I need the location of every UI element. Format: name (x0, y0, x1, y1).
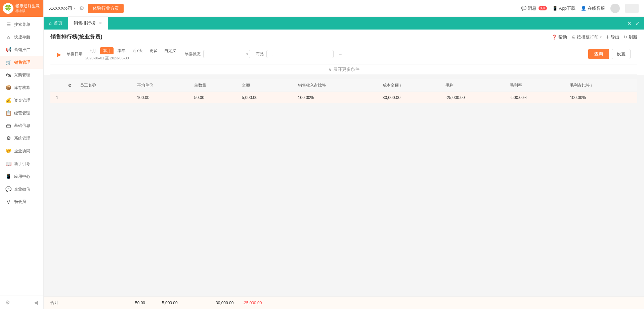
status-label: 单据状态 (184, 51, 201, 57)
message-btn[interactable]: 💬 消息 99+ (521, 5, 547, 11)
expand-arrow-icon: ∨ (329, 67, 332, 72)
sidebar-icon: 🛍 (5, 72, 11, 78)
sidebar-label: 畅会员 (14, 199, 26, 205)
td-qty: 50.00 (190, 92, 238, 104)
collapse-icon[interactable]: ◀ (34, 299, 38, 306)
footer-total-label: 合计 (50, 300, 77, 306)
footer-qty: 50.00 (131, 301, 158, 305)
th-index (50, 79, 64, 92)
refresh-btn[interactable]: ↻ 刷新 (624, 34, 637, 40)
sidebar-item-企业协同[interactable]: 🤝企业协同 (0, 145, 43, 157)
date-range: 2023-06-01 至 2023-06-30 (85, 56, 179, 61)
date-tabs: 上月 本月 本年 近7天 更多 自定义 (85, 47, 179, 54)
date-tab-this-year[interactable]: 本年 (115, 47, 128, 54)
app-download-btn[interactable]: 📱 App下载 (552, 5, 575, 11)
sidebar-item-搜索菜单[interactable]: ☰搜索菜单 (0, 18, 43, 31)
tab-sales-ranking[interactable]: 销售排行榜 ✕ (68, 17, 108, 30)
logo-icon: 🍀 (3, 3, 13, 14)
sidebar-label: 新手引导 (14, 161, 30, 167)
tab-home[interactable]: ⌂ 首页 (44, 17, 68, 30)
filter-more-dots[interactable]: ··· (339, 52, 342, 56)
expand-bar: ∨ 展开更多条件 (50, 64, 637, 75)
message-badge: 99+ (539, 6, 547, 10)
th-qty: 主数量 (190, 79, 238, 92)
sidebar-item-营销推广[interactable]: 📢营销推广 (0, 43, 43, 56)
date-tab-custom[interactable]: 自定义 (162, 47, 179, 54)
table-body: 1 100.00 50.00 5,000.00 100.00% 30,000.0… (50, 92, 637, 104)
topbar-settings-icon[interactable]: ⚙ (79, 5, 84, 11)
gross-pct-info-icon[interactable]: ℹ (591, 83, 592, 87)
sidebar-item-资金管理[interactable]: 💰资金管理 (0, 94, 43, 107)
home-icon: ⌂ (49, 21, 52, 26)
footer-cost: 30,000.00 (212, 301, 239, 305)
sidebar-label: 基础信息 (14, 123, 30, 128)
sidebar-nav: ☰搜索菜单⌂快捷导航📢营销推广🛒销售管理🛍采购管理📦库存核算💰资金管理📋经营管理… (0, 17, 43, 296)
filter-row: ▶ 单据日期 上月 本月 本年 近7天 更多 自定义 (50, 44, 637, 64)
filter-collapse-btn[interactable]: ▶ (57, 51, 61, 58)
date-tab-this-month[interactable]: 本月 (100, 47, 114, 54)
date-label: 单据日期 (67, 51, 83, 57)
tab-expand-icon[interactable]: ⤢ (636, 20, 640, 27)
sidebar-label: 采购管理 (14, 72, 30, 78)
tab-home-label: 首页 (54, 20, 62, 26)
tab-minimize-icon[interactable]: ✕ (627, 20, 632, 27)
sidebar-label: 搜索菜单 (14, 22, 30, 28)
expand-more-btn[interactable]: ∨ 展开更多条件 (329, 66, 359, 72)
th-gross-rate: 毛利率 (506, 79, 566, 92)
avatar[interactable] (610, 4, 620, 13)
sidebar-item-库存核算[interactable]: 📦库存核算 (0, 81, 43, 94)
sidebar-label: 经营管理 (14, 110, 30, 116)
date-tab-more[interactable]: 更多 (147, 47, 160, 54)
online-service-btn[interactable]: 👤 在线客服 (581, 5, 605, 11)
date-tab-7days[interactable]: 近7天 (130, 47, 145, 54)
sidebar-item-经营管理[interactable]: 📋经营管理 (0, 107, 43, 119)
tab-actions: ✕ ⤢ (623, 17, 644, 30)
help-btn[interactable]: ❓ 帮助 (552, 34, 567, 40)
sidebar-item-基础信息[interactable]: 🗃基础信息 (0, 119, 43, 132)
date-tab-last-month[interactable]: 上月 (85, 47, 99, 54)
app-name: 畅康通好生意 (15, 4, 40, 9)
footer-cell-spacer1 (77, 301, 104, 305)
table-head: ⚙ 员工名称 平均单价 主数量 全额 销售收入占比% 成本全额 ℹ 毛利 毛利率… (50, 79, 637, 92)
help-label: 帮助 (558, 34, 567, 40)
app-sub: 标准版 (15, 9, 40, 13)
settings-button[interactable]: 设置 (612, 49, 631, 59)
footer-sales-pct (185, 301, 212, 305)
sidebar-item-采购管理[interactable]: 🛍采购管理 (0, 69, 43, 81)
trial-button[interactable]: 体验行业方案 (88, 4, 124, 13)
app-download-label: App下载 (559, 5, 575, 11)
cost-info-icon[interactable]: ℹ (400, 83, 401, 87)
sidebar-item-快捷导航[interactable]: ⌂快捷导航 (0, 31, 43, 43)
goods-filter-group: 商品 (256, 50, 334, 58)
sidebar-item-应用中心[interactable]: 📱应用中心 (0, 170, 43, 183)
status-select[interactable] (203, 50, 250, 58)
user-name-placeholder (625, 4, 639, 13)
status-filter-group: 单据状态 (184, 50, 250, 58)
th-settings[interactable]: ⚙ (64, 79, 76, 92)
sidebar-item-销售管理[interactable]: 🛒销售管理 (0, 56, 43, 69)
settings-footer-icon[interactable]: ⚙ (5, 299, 10, 306)
goods-input[interactable] (266, 50, 334, 58)
export-btn[interactable]: ⬇ 导出 (606, 34, 619, 40)
table-header-row: ⚙ 员工名称 平均单价 主数量 全额 销售收入占比% 成本全额 ℹ 毛利 毛利率… (50, 79, 637, 92)
sidebar-icon: 🛒 (5, 59, 11, 65)
sidebar-label: 企业微信 (14, 187, 30, 192)
sidebar-icon: 🗃 (5, 123, 11, 128)
tab-close-icon[interactable]: ✕ (99, 21, 102, 25)
template-print-btn[interactable]: 🖨 按模板打印 ▾ (571, 34, 602, 40)
col-settings-icon[interactable]: ⚙ (68, 83, 72, 88)
page-actions: ❓ 帮助 🖨 按模板打印 ▾ ⬇ 导出 ↻ (552, 34, 637, 40)
sidebar-icon: 📋 (5, 110, 11, 116)
sidebar-item-企业微信[interactable]: 💬企业微信 (0, 183, 43, 196)
sidebar-item-系统管理[interactable]: ⚙系统管理 (0, 132, 43, 145)
sidebar-item-畅会员[interactable]: V畅会员 (0, 196, 43, 208)
sidebar-item-新手引导[interactable]: 📖新手引导 (0, 157, 43, 170)
sidebar-label: 库存核算 (14, 85, 30, 91)
message-icon: 💬 (521, 6, 526, 11)
query-button[interactable]: 查询 (588, 49, 609, 59)
sidebar-icon: ☰ (5, 21, 11, 28)
sidebar-icon: 📦 (5, 85, 11, 91)
filter-actions: 查询 设置 (588, 49, 631, 59)
td-settings (64, 92, 76, 104)
company-selector[interactable]: XXXXX公司 ▾ (49, 5, 75, 11)
